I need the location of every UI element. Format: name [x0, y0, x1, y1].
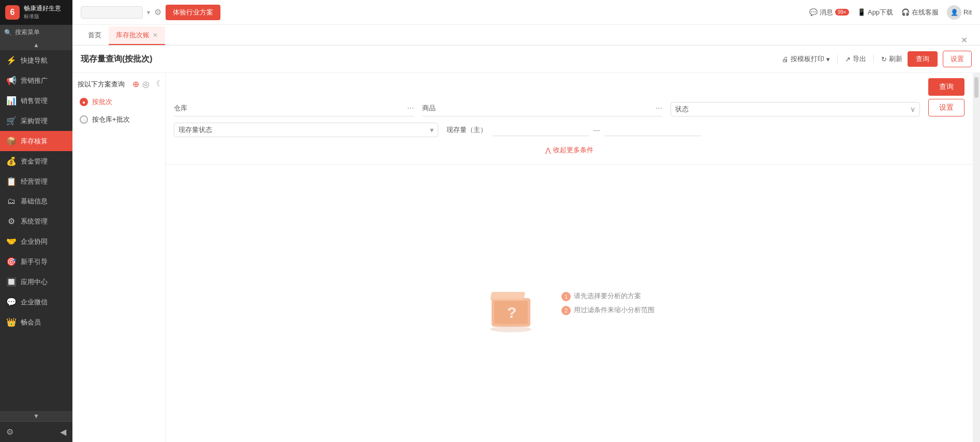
product-more-icon[interactable]: ···: [656, 104, 662, 113]
sidebar-item-enterprise[interactable]: 🤝 企业协同: [0, 231, 72, 252]
scheme-item-label: 按批次: [92, 97, 112, 107]
footer-settings-icon[interactable]: ⚙: [6, 427, 13, 437]
scheme-add-icon[interactable]: ⊕: [132, 79, 139, 89]
tip-1-text: 请先选择要分析的方案: [574, 291, 641, 301]
product-filter-group: 商品 ···: [422, 102, 662, 116]
weixin-icon: 💬: [6, 297, 17, 307]
sidebar-item-label: 采购管理: [21, 116, 48, 126]
message-action[interactable]: 💬 消息 99+: [809, 8, 849, 17]
setting-button[interactable]: 设置: [928, 99, 964, 116]
sidebar-item-label: 企业微信: [21, 298, 48, 307]
svg-point-4: [490, 326, 531, 332]
sidebar-logo: 6: [5, 5, 20, 20]
content-body: 按以下方案查询 ⊕ ◎ 《 ● 按批次 ○ 按仓库+批次: [72, 73, 980, 442]
sidebar-item-label: 系统管理: [21, 217, 48, 226]
print-button[interactable]: 🖨 按模板打印 ▾: [782, 54, 830, 64]
sidebar: 6 畅康通好生意 标准版 🔍 搜索菜单 ▲ ⚡ 快捷导航 📢 营销推广 📊 销售…: [0, 0, 72, 442]
status-arrow-icon[interactable]: ∨: [910, 105, 915, 113]
product-label: 商品: [422, 104, 441, 113]
query-button-top[interactable]: 查询: [908, 51, 938, 67]
right-scrollbar[interactable]: [973, 73, 980, 442]
sidebar-item-vip[interactable]: 👑 畅会员: [0, 312, 72, 332]
collapse-up-icon: ⋀: [545, 146, 551, 154]
tab-batch-inventory[interactable]: 库存批次账 ✕: [109, 26, 165, 45]
sales-icon: 📊: [6, 96, 17, 106]
tip-2-text: 用过滤条件来缩小分析范围: [574, 305, 655, 315]
message-label: 消息: [820, 8, 833, 17]
refresh-button[interactable]: ↻ 刷新: [881, 54, 902, 64]
header-right: 💬 消息 99+ 📱 App下载 🎧 在线客服 👤 Rit: [809, 5, 972, 20]
sidebar-collapse-icon[interactable]: ◀: [60, 427, 66, 437]
inventory-qty-to[interactable]: [604, 124, 702, 136]
tip-2-num: 2: [561, 306, 571, 315]
breadcrumb-dropdown-icon[interactable]: ▾: [147, 9, 150, 16]
tab-bar: 首页 库存批次账 ✕ ✕: [72, 25, 980, 46]
tab-bar-close-icon[interactable]: ✕: [957, 35, 972, 45]
sidebar-item-weixin[interactable]: 💬 企业微信: [0, 292, 72, 312]
header-gear-icon[interactable]: ⚙: [154, 7, 161, 17]
query-button[interactable]: 查询: [928, 78, 964, 96]
sidebar-item-system[interactable]: ⚙ 系统管理: [0, 211, 72, 231]
message-icon: 💬: [809, 8, 818, 16]
finance-icon: 💰: [6, 156, 17, 166]
scheme-collapse-icon[interactable]: 《: [153, 79, 160, 89]
system-icon: ⚙: [6, 216, 17, 226]
print-dropdown-icon[interactable]: ▾: [826, 55, 830, 63]
sidebar-scroll-down[interactable]: ▼: [0, 411, 72, 421]
export-icon: ↗: [845, 55, 851, 63]
sidebar-item-marketing[interactable]: 📢 营销推广: [0, 70, 72, 91]
inventory-status-arrow-icon[interactable]: ▾: [430, 126, 434, 134]
inventory-qty-from[interactable]: [492, 124, 589, 136]
filter-section: 仓库 ··· 商品 ···: [166, 73, 973, 165]
sidebar-item-sales[interactable]: 📊 销售管理: [0, 91, 72, 111]
app-download-label: App下载: [868, 8, 893, 17]
sidebar-item-operation[interactable]: 📋 经营管理: [0, 171, 72, 191]
warehouse-input[interactable]: [192, 102, 407, 114]
tab-batch-inventory-label: 库存批次账: [116, 31, 150, 40]
refresh-icon: ↻: [881, 55, 887, 63]
page-header: 现存量查询(按批次) 🖨 按模板打印 ▾ ↗ 导出 ↻ 刷: [72, 46, 980, 73]
empty-box-svg: ?: [484, 277, 546, 334]
tab-home[interactable]: 首页: [81, 26, 109, 45]
sidebar-item-finance[interactable]: 💰 资金管理: [0, 151, 72, 171]
warehouse-filter-group: 仓库 ···: [174, 102, 414, 116]
scheme-item-by-warehouse-batch[interactable]: ○ 按仓库+批次: [72, 111, 165, 128]
sidebar-item-basic[interactable]: 🗂 基础信息: [0, 191, 72, 211]
sidebar-item-quick-nav[interactable]: ⚡ 快捷导航: [0, 50, 72, 70]
sidebar-scroll-up[interactable]: ▲: [0, 40, 72, 50]
user-profile[interactable]: 👤 Rit: [947, 5, 972, 20]
collapse-filter-row[interactable]: ⋀ 收起更多条件: [174, 141, 964, 159]
page-title: 现存量查询(按批次): [81, 54, 153, 65]
sidebar-item-label: 畅会员: [21, 318, 41, 327]
vip-icon: 👑: [6, 317, 17, 327]
tab-close-icon[interactable]: ✕: [153, 32, 158, 39]
collapse-label: 收起更多条件: [553, 145, 593, 155]
page-actions: 🖨 按模板打印 ▾ ↗ 导出 ↻ 刷新 查询 设置: [782, 51, 972, 67]
tab-home-label: 首页: [88, 31, 101, 40]
sidebar-item-inventory[interactable]: 📦 库存核算: [0, 131, 72, 151]
export-button[interactable]: ↗ 导出: [845, 54, 866, 64]
scheme-item-by-batch[interactable]: ● 按批次: [72, 93, 165, 111]
divider-1: [837, 55, 838, 63]
online-service-action[interactable]: 🎧 在线客服: [901, 8, 939, 17]
sidebar-item-newbie[interactable]: 🎯 新手引导: [0, 252, 72, 272]
sidebar-item-purchase[interactable]: 🛒 采购管理: [0, 111, 72, 131]
product-input[interactable]: [441, 102, 656, 114]
app-download-icon: 📱: [857, 8, 866, 16]
breadcrumb-input[interactable]: [81, 6, 143, 19]
purchase-icon: 🛒: [6, 116, 17, 126]
trial-button[interactable]: 体验行业方案: [166, 5, 220, 20]
page-content: 现存量查询(按批次) 🖨 按模板打印 ▾ ↗ 导出 ↻ 刷: [72, 46, 980, 442]
sidebar-footer: ⚙ ◀: [0, 421, 72, 442]
warehouse-more-icon[interactable]: ···: [407, 104, 414, 113]
sidebar-item-app-center[interactable]: 🔲 应用中心: [0, 272, 72, 292]
status-filter-group: 状态 ∨: [671, 102, 920, 116]
avatar-initials: 👤: [951, 9, 958, 16]
app-download-action[interactable]: 📱 App下载: [857, 8, 893, 17]
scheme-dot-active: ●: [80, 98, 88, 106]
online-service-icon: 🎧: [901, 8, 910, 16]
sidebar-search[interactable]: 🔍 搜索菜单: [0, 25, 72, 40]
empty-container: ? 1 请先选择要分析的方案: [484, 277, 655, 329]
setting-button-top[interactable]: 设置: [943, 51, 972, 67]
scheme-gear-icon[interactable]: ◎: [142, 79, 150, 89]
